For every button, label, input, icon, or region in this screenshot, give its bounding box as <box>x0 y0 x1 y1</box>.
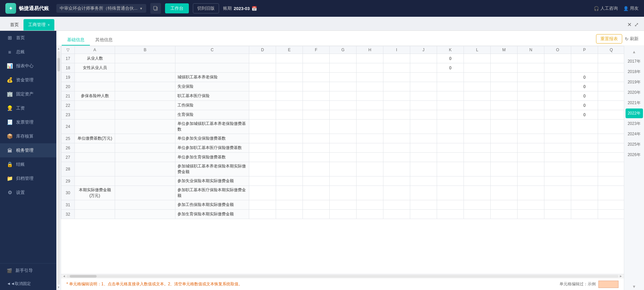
refresh-button[interactable]: ↻ 刷新 <box>625 36 639 42</box>
col-o-cell[interactable] <box>544 120 571 134</box>
col-g-cell[interactable] <box>330 120 357 134</box>
col-d-cell[interactable] <box>249 82 276 91</box>
col-l-cell[interactable] <box>464 91 491 101</box>
col-j-cell[interactable] <box>410 73 437 82</box>
col-e-cell[interactable] <box>276 110 303 120</box>
sidebar-item-home[interactable]: ⊞ 首页 <box>0 31 56 45</box>
col-k-cell[interactable] <box>437 82 464 91</box>
col-c-cell[interactable] <box>175 63 249 73</box>
col-q-cell[interactable] <box>598 162 624 176</box>
col-m-cell[interactable] <box>491 162 518 176</box>
col-c-cell[interactable]: 失业保险 <box>175 82 249 91</box>
vertical-scrollbar[interactable]: ▲ ▼ <box>56 46 61 290</box>
col-i-cell[interactable] <box>383 110 410 120</box>
year-2023[interactable]: 2023年 <box>626 119 643 129</box>
col-m-cell[interactable] <box>491 176 518 186</box>
row-num-cell[interactable]: 24 <box>61 120 75 134</box>
col-o-cell[interactable] <box>544 101 571 110</box>
col-g-cell[interactable] <box>330 54 357 63</box>
company-selector[interactable]: 中审众环会计师事务所（特殊普通合伙... ▼ <box>56 4 146 13</box>
col-e-cell[interactable] <box>276 63 303 73</box>
col-g-cell[interactable] <box>330 134 357 143</box>
col-i-cell[interactable] <box>383 54 410 63</box>
col-n-cell[interactable] <box>518 134 544 143</box>
col-b-cell[interactable] <box>115 200 175 210</box>
col-g-cell[interactable] <box>330 82 357 91</box>
col-q-cell[interactable] <box>598 143 624 153</box>
col-q-cell[interactable] <box>598 176 624 186</box>
year-2017[interactable]: 2017年 <box>626 57 643 66</box>
col-n-cell[interactable] <box>518 210 544 219</box>
col-k-cell[interactable] <box>437 73 464 82</box>
col-h-cell[interactable] <box>357 162 383 176</box>
col-k-cell[interactable] <box>437 210 464 219</box>
year-2026[interactable]: 2026年 <box>626 150 643 160</box>
col-m-cell[interactable] <box>491 54 518 63</box>
col-k-cell[interactable] <box>437 134 464 143</box>
col-k-cell[interactable] <box>437 186 464 200</box>
close-all-tabs-icon[interactable]: ✕ <box>627 21 632 28</box>
col-h-cell[interactable] <box>357 210 383 219</box>
h-scroll-left-btn[interactable]: ◄ <box>62 274 66 278</box>
col-b-cell[interactable] <box>115 54 175 63</box>
col-a-cell[interactable] <box>75 82 115 91</box>
col-g-cell[interactable] <box>330 91 357 101</box>
col-n-cell[interactable] <box>518 162 544 176</box>
col-i-cell[interactable] <box>383 162 410 176</box>
col-n-cell[interactable] <box>518 143 544 153</box>
col-f-cell[interactable] <box>303 134 330 143</box>
col-i-cell[interactable] <box>383 73 410 82</box>
col-d-cell[interactable] <box>249 200 276 210</box>
col-b-cell[interactable] <box>115 162 175 176</box>
col-h-cell[interactable] <box>357 110 383 120</box>
col-n-cell[interactable] <box>518 110 544 120</box>
col-c-cell[interactable]: 参加职工基本医疗保险本期实际缴费金额 <box>175 186 249 200</box>
col-k-cell[interactable] <box>437 101 464 110</box>
col-i-cell[interactable] <box>383 200 410 210</box>
col-e-cell[interactable] <box>276 54 303 63</box>
col-o-cell[interactable] <box>544 162 571 176</box>
sidebar-item-closing[interactable]: 🔒 结账 <box>0 157 56 171</box>
col-o-cell[interactable] <box>544 134 571 143</box>
col-l-cell[interactable] <box>464 63 491 73</box>
col-b-cell[interactable] <box>115 176 175 186</box>
spreadsheet-container[interactable]: ▽ A B C D E F G H I <box>61 46 624 274</box>
col-b-cell[interactable] <box>115 82 175 91</box>
col-i-cell[interactable] <box>383 101 410 110</box>
col-j-cell[interactable] <box>410 210 437 219</box>
col-h-cell[interactable] <box>357 120 383 134</box>
col-g-cell[interactable] <box>330 186 357 200</box>
col-d-cell[interactable] <box>249 153 276 162</box>
row-num-cell[interactable]: 19 <box>61 73 75 82</box>
col-m-cell[interactable] <box>491 210 518 219</box>
col-h-cell[interactable] <box>357 101 383 110</box>
col-k-cell[interactable] <box>437 120 464 134</box>
col-q-cell[interactable] <box>598 54 624 63</box>
col-j-cell[interactable] <box>410 120 437 134</box>
col-n-cell[interactable] <box>518 91 544 101</box>
col-l-cell[interactable] <box>464 186 491 200</box>
col-a-cell[interactable] <box>75 73 115 82</box>
col-d-cell[interactable] <box>249 63 276 73</box>
col-p-cell[interactable] <box>571 153 598 162</box>
col-e-cell[interactable] <box>276 82 303 91</box>
col-n-cell[interactable] <box>518 153 544 162</box>
col-g-cell[interactable] <box>330 176 357 186</box>
col-o-cell[interactable] <box>544 210 571 219</box>
col-a-cell[interactable] <box>75 110 115 120</box>
col-g-cell[interactable] <box>330 73 357 82</box>
col-d-cell[interactable] <box>249 101 276 110</box>
sidebar-item-invoice[interactable]: 🧾 发票管理 <box>0 115 56 129</box>
scroll-up-btn[interactable]: ▲ <box>57 47 61 51</box>
col-a-cell[interactable] <box>75 200 115 210</box>
col-d-cell[interactable] <box>249 91 276 101</box>
col-a-cell[interactable]: 本期实际缴费金额(万元) <box>75 186 115 200</box>
year-2020[interactable]: 2020年 <box>626 88 643 97</box>
col-m-cell[interactable] <box>491 110 518 120</box>
col-c-cell[interactable] <box>175 54 249 63</box>
col-c-cell[interactable]: 职工基本医疗保险 <box>175 91 249 101</box>
col-g-cell[interactable] <box>330 210 357 219</box>
col-i-cell[interactable] <box>383 176 410 186</box>
col-g-cell[interactable] <box>330 110 357 120</box>
col-g-cell[interactable] <box>330 162 357 176</box>
